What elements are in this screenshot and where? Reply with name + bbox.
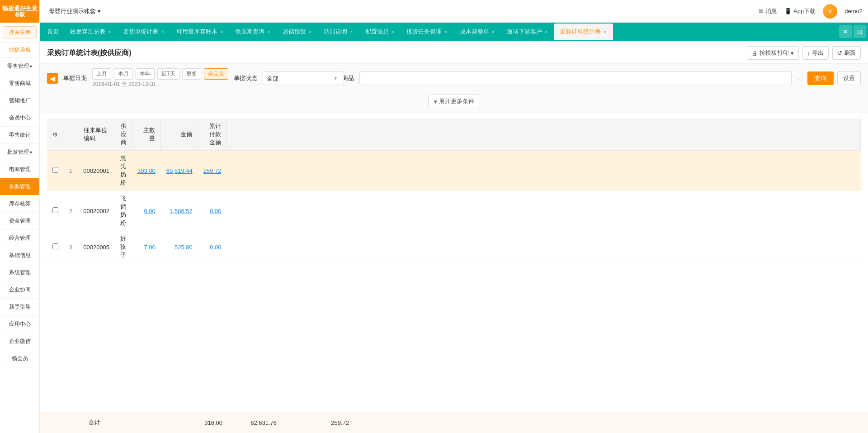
table-row[interactable]: 2 00020002 飞鹤奶粉 6.00 1,586.52 0.00 xyxy=(47,191,861,231)
row-checkbox[interactable] xyxy=(52,167,58,173)
print-icon: 🖨 xyxy=(752,50,758,57)
sidebar-item-会员中心[interactable]: 会员中心 xyxy=(0,109,39,127)
refresh-button[interactable]: ↺ 刷新 xyxy=(832,46,861,60)
sidebar-item-零售商城[interactable]: 零售商城 xyxy=(0,75,39,92)
row-supplier: 好孩子 xyxy=(115,231,132,263)
user-name[interactable]: demo2 xyxy=(844,8,863,14)
tab-close-icon[interactable]: × xyxy=(266,29,271,35)
row-amount[interactable]: 525.80 xyxy=(161,231,198,263)
sidebar-item-营销推广[interactable]: 营销推广 xyxy=(0,92,39,109)
row-paid[interactable]: 259.72 xyxy=(198,151,227,191)
sidebar-item-库存核算[interactable]: 库存核算 xyxy=(0,195,39,213)
sidebar-item-企业微信[interactable]: 企业微信 xyxy=(0,333,39,350)
row-paid[interactable]: 0.00 xyxy=(198,191,227,231)
sidebar-item-零售管理[interactable]: 零售管理▾ xyxy=(0,58,39,75)
settings-button[interactable]: 设置 xyxy=(837,71,861,85)
tab-label: 收发存汇总表 xyxy=(70,28,105,36)
sidebar-item-畅会员[interactable]: 畅会员 xyxy=(0,350,39,367)
nav-tab-4[interactable]: 保质期查询× xyxy=(230,24,276,40)
row-qty[interactable]: 7.00 xyxy=(132,231,161,263)
row-extra xyxy=(226,231,860,263)
row-paid[interactable]: 0.00 xyxy=(198,231,227,263)
nav-tab-0[interactable]: 首页 xyxy=(42,24,64,40)
avatar[interactable]: d xyxy=(823,4,837,19)
row-amount[interactable]: 60,519.44 xyxy=(161,151,198,191)
tab-close-icon[interactable]: × xyxy=(308,29,312,35)
row-code: 00020002 xyxy=(78,191,115,231)
search-menu-button[interactable]: 搜索菜单 xyxy=(3,26,37,38)
this-month-btn[interactable]: 本月 xyxy=(114,68,133,80)
expand-tabs-button[interactable]: ⊡ xyxy=(854,25,866,38)
goods-more-icon[interactable]: ··· xyxy=(797,75,802,82)
custom-date-btn[interactable]: 自定义 xyxy=(204,68,228,80)
settings-col-header[interactable]: ⚙ xyxy=(47,119,64,151)
sidebar-item-批发管理[interactable]: 批发管理▾ xyxy=(0,144,39,161)
row-checkbox[interactable] xyxy=(52,243,58,249)
this-year-btn[interactable]: 本年 xyxy=(136,68,155,80)
expand-more-conditions-btn[interactable]: ▾ 展开更多条件 xyxy=(428,95,480,108)
row-amount[interactable]: 1,586.52 xyxy=(161,191,198,231)
row-qty[interactable]: 6.00 xyxy=(132,191,161,231)
tab-close-icon[interactable]: × xyxy=(219,29,224,35)
query-button[interactable]: 查询 xyxy=(807,71,834,85)
tab-close-icon[interactable]: × xyxy=(544,29,548,35)
nav-tab-1[interactable]: 收发存汇总表× xyxy=(65,24,117,40)
logo-subtext: 标版 xyxy=(2,12,38,18)
tab-label: 采购订单统计表 xyxy=(560,28,601,36)
tab-close-icon[interactable]: × xyxy=(391,29,395,35)
print-button[interactable]: 🖨 按模板打印 ▾ xyxy=(747,46,799,60)
nav-tab-8[interactable]: 拣货任务管理× xyxy=(401,24,453,40)
sidebar-item-系统管理[interactable]: 系统管理 xyxy=(0,264,39,281)
tab-close-icon[interactable]: × xyxy=(349,29,354,35)
nav-tab-6[interactable]: 功能说明× xyxy=(318,24,359,40)
table-row[interactable]: 3 00020005 好孩子 7.00 525.80 0.00 xyxy=(47,231,861,263)
filter-toggle-button[interactable]: ◀ xyxy=(47,73,58,84)
close-tab-button[interactable]: ✕ xyxy=(839,25,852,38)
nav-tab-9[interactable]: 成本调整单× xyxy=(454,24,501,40)
tab-close-icon[interactable]: × xyxy=(107,29,112,35)
sidebar-item-资金管理[interactable]: 资金管理 xyxy=(0,213,39,230)
status-select[interactable]: 全部 待审核 已审核 已完成 已作废 xyxy=(263,71,344,85)
table-header: ⚙ 往来单位编码 供应商 主数量 金额 累计付款金额 xyxy=(47,119,861,151)
message-button[interactable]: ✉ 消息 xyxy=(759,7,777,15)
row-checkbox-cell[interactable] xyxy=(47,151,64,191)
sidebar-item-企业协同[interactable]: 企业协同 xyxy=(0,281,39,299)
row-checkbox-cell[interactable] xyxy=(47,231,64,263)
sidebar-item-基础信息[interactable]: 基础信息 xyxy=(0,247,39,264)
footer-total-label: 合计 xyxy=(83,416,174,429)
nav-tab-7[interactable]: 配置信息× xyxy=(360,24,401,40)
tab-close-icon[interactable]: × xyxy=(443,29,448,35)
row-checkbox-cell[interactable] xyxy=(47,191,64,231)
last-7days-btn[interactable]: 近7天 xyxy=(157,68,179,80)
more-date-btn[interactable]: 更多 xyxy=(182,68,201,80)
nav-tab-5[interactable]: 超储预警× xyxy=(277,24,318,40)
nav-tab-3[interactable]: 可用量库存账本× xyxy=(171,24,229,40)
nav-tab-10[interactable]: 邀请下游客户× xyxy=(501,24,554,40)
code-col-header: 往来单位编码 xyxy=(78,119,115,151)
export-button[interactable]: ↓ 导出 xyxy=(802,46,829,60)
sidebar-item-电商管理[interactable]: 电商管理 xyxy=(0,161,39,178)
company-dropdown[interactable]: 母婴行业演示账套 ▾ xyxy=(45,5,104,17)
refresh-icon: ↺ xyxy=(837,50,842,57)
last-month-btn[interactable]: 上月 xyxy=(92,68,111,80)
expand-more-label: 展开更多条件 xyxy=(439,97,474,105)
table-row[interactable]: 1 00020001 惠氏奶粉 303.00 60,519.44 259.72 xyxy=(47,151,861,191)
goods-search-input[interactable] xyxy=(359,71,792,85)
app-download-button[interactable]: 📱 App下载 xyxy=(784,7,816,15)
tab-close-icon[interactable]: × xyxy=(491,29,495,35)
total-qty-value: 316.00 xyxy=(204,419,222,426)
nav-tab-11[interactable]: 采购订单统计表× xyxy=(554,24,613,40)
sidebar-item-采购管理[interactable]: 采购管理 xyxy=(0,178,39,195)
page-title: 采购订单统计表(按供应商) xyxy=(47,48,132,58)
sidebar-item-经营管理[interactable]: 经营管理 xyxy=(0,230,39,247)
row-qty[interactable]: 303.00 xyxy=(132,151,161,191)
sidebar-item-零售统计[interactable]: 零售统计 xyxy=(0,127,39,144)
tab-close-icon[interactable]: × xyxy=(603,29,607,35)
total-label: 合计 xyxy=(89,419,100,426)
tab-close-icon[interactable]: × xyxy=(160,29,165,35)
quick-nav-button[interactable]: 快捷导航 xyxy=(0,43,39,58)
sidebar-item-应用中心[interactable]: 应用中心 xyxy=(0,316,39,333)
nav-tab-2[interactable]: 要货单统计表× xyxy=(118,24,170,40)
row-checkbox[interactable] xyxy=(52,207,58,213)
sidebar-item-新手引导[interactable]: 新手引导 xyxy=(0,299,39,316)
